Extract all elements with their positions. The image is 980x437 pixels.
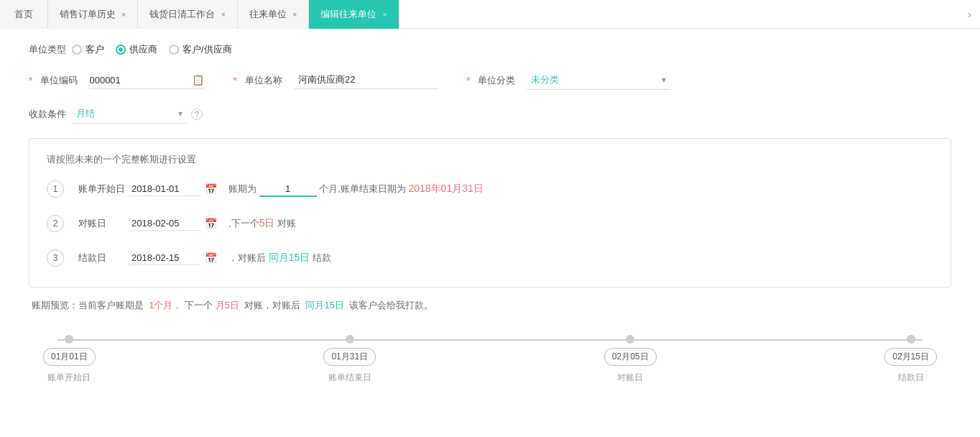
tab-edit-partner[interactable]: 编辑往来单位 × — [309, 0, 399, 29]
payment-dropdown-icon: ▾ — [178, 109, 182, 119]
step-3-calendar-icon[interactable]: 📅 — [205, 252, 217, 264]
step-2-desc-post: 对账 — [274, 217, 296, 230]
step-3-row: 3 结款日 📅 ，对账后 同月15日 结款 — [47, 249, 933, 267]
tab-home[interactable]: 首页 — [0, 0, 48, 29]
step-1-date-field[interactable] — [129, 182, 200, 196]
step-2-desc-pre: ,下一个 — [228, 217, 259, 230]
preview-period: 1个月， — [149, 300, 182, 310]
step-3-date-field[interactable] — [129, 251, 200, 265]
timeline-label-1: 账单开始日 — [47, 372, 91, 384]
step-1-label: 账单开始日 — [78, 183, 129, 196]
step-3-label: 结款日 — [78, 252, 129, 264]
unit-code-input[interactable] — [89, 75, 192, 86]
tab-sales-history[interactable]: 销售订单历史 × — [48, 0, 138, 29]
category-dropdown-icon: ▾ — [662, 75, 666, 85]
unit-category-select[interactable]: 未分类 ▾ — [527, 70, 670, 90]
tabs-bar: 首页 销售订单历史 × 钱货日清工作台 × 往来单位 × 编辑往来单位 × › — [0, 0, 980, 29]
step-1-row: 1 账单开始日 📅 账期为 个月,账单结束日期为 2018年01月31日 — [47, 180, 933, 198]
unit-name-label: 单位名称 — [245, 74, 282, 87]
timeline-label-4: 结款日 — [898, 372, 924, 384]
step-3-desc-pre: ，对账后 — [228, 252, 269, 264]
step-2-date-field[interactable] — [129, 216, 200, 231]
timeline-badge-3: 02月05日 — [604, 348, 657, 366]
step-2-number: 2 — [47, 215, 64, 232]
tab-cash-work-label: 钱货日清工作台 — [149, 8, 215, 21]
period-input[interactable] — [259, 182, 317, 197]
section-box: 请按照未来的一个完整帐期进行设置 1 账单开始日 📅 账期为 个月,账单结束日期… — [29, 138, 951, 288]
radio-customer[interactable]: 客户 — [72, 43, 104, 56]
preview-reconcile-post: 对账，对账后 — [242, 300, 303, 310]
unit-type-label: 单位类型 — [29, 43, 66, 56]
preview-reconcile-pre: 下一个 — [185, 300, 213, 310]
preview-payment-post: 该客户会给我打款。 — [347, 300, 434, 310]
main-content: 单位类型 客户 供应商 客户/供应商 * 单位编码 📋 — [0, 29, 980, 437]
radio-customer-label: 客户 — [85, 43, 104, 56]
unit-name-star: * — [233, 75, 236, 86]
unit-code-star: * — [29, 75, 32, 86]
step-2-calendar-icon[interactable]: 📅 — [205, 218, 217, 229]
tab-more-button[interactable]: › — [959, 0, 980, 29]
timeline-label-3: 对账日 — [617, 372, 643, 384]
close-icon[interactable]: × — [121, 10, 126, 19]
timeline-node-1: 01月01日 账单开始日 — [43, 326, 96, 384]
unit-type-row: 单位类型 客户 供应商 客户/供应商 — [29, 43, 951, 56]
radio-both-circle — [169, 45, 179, 55]
timeline-dot-2 — [346, 335, 354, 344]
timeline-container: 01月01日 账单开始日 01月31日 账单结束日 02月05日 对账日 02月… — [29, 326, 951, 384]
preview-payment-highlight: 同月15日 — [305, 300, 343, 310]
timeline-node-4: 02月15日 结款日 — [884, 326, 937, 384]
tab-cash-work[interactable]: 钱货日清工作台 × — [138, 0, 237, 29]
section-instruction: 请按照未来的一个完整帐期进行设置 — [47, 153, 933, 166]
timeline-dot-4 — [907, 335, 915, 344]
close-icon[interactable]: × — [382, 10, 387, 19]
unit-type-radio-group: 客户 供应商 客户/供应商 — [72, 43, 232, 56]
unit-category-label: 单位分类 — [478, 74, 515, 87]
payment-row: 收款条件 月结 ▾ ? — [29, 104, 951, 124]
step-3-number: 3 — [47, 249, 64, 267]
timeline-nodes: 01月01日 账单开始日 01月31日 账单结束日 02月05日 对账日 02月… — [43, 326, 937, 384]
preview-reconcile-highlight: 月5日 — [216, 300, 239, 310]
step-3-date-input: 📅 — [129, 251, 217, 265]
step-2-label: 对账日 — [78, 217, 129, 230]
radio-supplier-circle — [116, 45, 126, 55]
close-icon[interactable]: × — [292, 10, 297, 19]
radio-customer-circle — [72, 45, 82, 55]
unit-category-value: 未分类 — [531, 73, 656, 86]
step-1-desc-suffix: 个月,账单结束日期为 — [317, 183, 409, 196]
timeline-badge-2: 01月31日 — [323, 348, 376, 366]
timeline-dot-3 — [626, 335, 634, 344]
step-3-day-highlight: 同月15日 — [269, 252, 310, 264]
unit-cat-star: * — [466, 75, 470, 86]
step-1-desc-prefix: 账期为 — [228, 183, 259, 196]
payment-value: 月结 — [76, 107, 172, 120]
unit-info-row: * 单位编码 📋 * 单位名称 * 单位分类 未分类 ▾ — [29, 70, 951, 90]
step-2-date-input: 📅 — [129, 216, 217, 231]
timeline-label-2: 账单结束日 — [328, 372, 371, 384]
unit-code-label: 单位编码 — [40, 74, 78, 87]
radio-supplier[interactable]: 供应商 — [116, 43, 157, 56]
step-1-date-input: 📅 — [129, 182, 217, 196]
step-2-day-highlight: 5日 — [259, 217, 275, 230]
payment-condition-select[interactable]: 月结 ▾ — [72, 104, 187, 124]
step-1-end-date: 2018年01月31日 — [408, 183, 483, 196]
tab-edit-partner-label: 编辑往来单位 — [320, 8, 376, 21]
timeline-node-3: 02月05日 对账日 — [604, 326, 657, 384]
step-2-row: 2 对账日 📅 ,下一个 5日 对账 — [47, 215, 933, 232]
copy-icon[interactable]: 📋 — [192, 74, 204, 86]
close-icon[interactable]: × — [221, 10, 225, 19]
payment-label: 收款条件 — [29, 108, 66, 121]
radio-both[interactable]: 客户/供应商 — [169, 43, 232, 56]
unit-name-input[interactable] — [294, 72, 438, 89]
timeline-badge-1: 01月01日 — [43, 348, 96, 366]
step-3-desc-post: 结款 — [310, 252, 331, 264]
tab-home-label: 首页 — [14, 8, 33, 21]
radio-both-label: 客户/供应商 — [182, 43, 232, 56]
preview-text: 账期预览：当前客户账期是 1个月， 下一个 月5日 对账，对账后 同月15日 该… — [29, 299, 951, 312]
tab-partner-units-label: 往来单位 — [249, 8, 287, 21]
step-1-number: 1 — [47, 180, 64, 198]
tab-partner-units[interactable]: 往来单位 × — [238, 0, 309, 29]
timeline-node-2: 01月31日 账单结束日 — [323, 326, 376, 384]
step-1-calendar-icon[interactable]: 📅 — [205, 183, 217, 195]
help-icon[interactable]: ? — [191, 109, 203, 120]
radio-supplier-label: 供应商 — [129, 43, 157, 56]
